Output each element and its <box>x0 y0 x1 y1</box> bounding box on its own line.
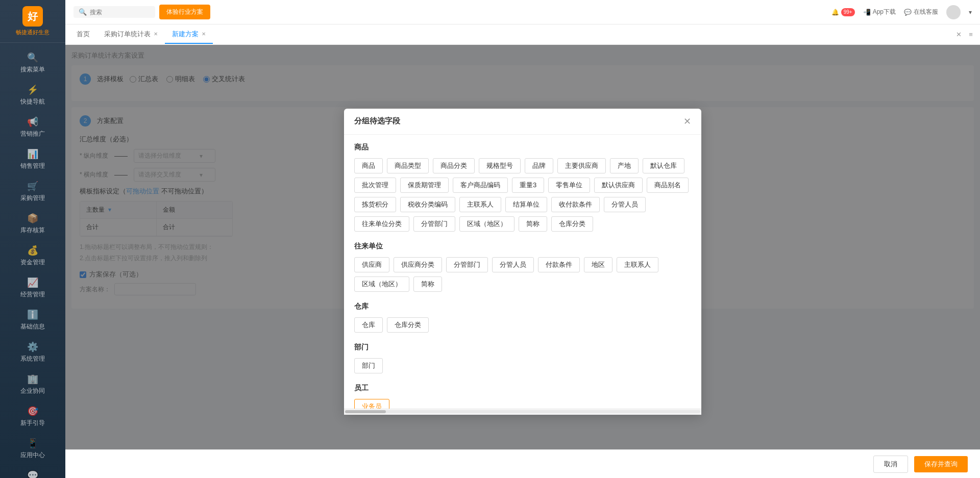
tag-部门[interactable]: 部门 <box>354 358 383 373</box>
search-input[interactable] <box>90 9 150 16</box>
tag-税收分类编码[interactable]: 税收分类编码 <box>400 197 455 212</box>
sidebar-item-enterprise[interactable]: 🏢 企业协同 <box>0 368 65 400</box>
sidebar-item-system[interactable]: ⚙️ 系统管理 <box>0 336 65 368</box>
tag-收付款条件[interactable]: 收付款条件 <box>551 197 600 212</box>
basic-info-icon: ℹ️ <box>27 309 38 320</box>
sidebar-item-purchase[interactable]: 🛒 采购管理 <box>0 175 65 208</box>
modal-horizontal-scrollbar[interactable] <box>344 409 701 415</box>
tag-客户商品编码[interactable]: 客户商品编码 <box>453 178 508 193</box>
tag-主要供应商[interactable]: 主要供应商 <box>557 158 606 173</box>
sidebar-item-search-menu[interactable]: 🔍 搜索菜单 <box>0 47 65 79</box>
tab-purchase-order-stats-label: 采购订单统计表 <box>104 30 151 39</box>
tag-仓库[interactable]: 仓库 <box>354 317 383 333</box>
tag-结算单位[interactable]: 结算单位 <box>505 197 547 212</box>
tag-简称[interactable]: 简称 <box>519 216 547 232</box>
tag-仓库分类[interactable]: 仓库分类 <box>551 216 593 232</box>
tabs-bar: 首页 采购订单统计表 ✕ 新建方案 ✕ ✕ ≡ <box>65 24 980 45</box>
sidebar-item-marketing[interactable]: 📢 营销推广 <box>0 111 65 143</box>
modal-body[interactable]: 商品商品商品类型商品分类规格型号品牌主要供应商产地默认仓库批次管理保质期管理客户… <box>344 135 701 409</box>
tab-new-plan[interactable]: 新建方案 ✕ <box>165 26 213 44</box>
search-menu-icon: 🔍 <box>27 52 38 63</box>
marketing-icon: 📢 <box>27 116 38 128</box>
sidebar: 好 畅捷通好生意 🔍 搜索菜单 ⚡ 快捷导航 📢 营销推广 📊 销售管理 🛒 采… <box>0 0 65 478</box>
tag-区域（地区）[interactable]: 区域（地区） <box>459 216 514 232</box>
sidebar-item-inventory[interactable]: 📦 库存核算 <box>0 208 65 240</box>
header-search[interactable]: 🔍 <box>74 6 155 18</box>
tag-拣货积分[interactable]: 拣货积分 <box>354 197 396 212</box>
sidebar-item-label: 新手引导 <box>20 419 45 427</box>
tag-主联系人[interactable]: 主联系人 <box>617 257 658 272</box>
tag-默认供应商[interactable]: 默认供应商 <box>594 178 643 193</box>
tag-零售单位[interactable]: 零售单位 <box>548 178 590 193</box>
tab-new-plan-label: 新建方案 <box>172 30 199 39</box>
tag-品牌[interactable]: 品牌 <box>525 158 553 173</box>
tag-供应商[interactable]: 供应商 <box>354 257 389 272</box>
tag-保质期管理[interactable]: 保质期管理 <box>400 178 449 193</box>
tag-商品[interactable]: 商品 <box>354 158 383 173</box>
tag-供应商分类[interactable]: 供应商分类 <box>394 257 442 272</box>
tag-默认仓库[interactable]: 默认仓库 <box>643 158 684 173</box>
avatar[interactable] <box>946 5 961 19</box>
tag-区域（地区）[interactable]: 区域（地区） <box>354 276 409 292</box>
tag-分管人员[interactable]: 分管人员 <box>492 257 534 272</box>
online-service-item[interactable]: 💬 在线客服 <box>904 8 938 16</box>
sidebar-item-basic-info[interactable]: ℹ️ 基础信息 <box>0 304 65 336</box>
tag-重量3[interactable]: 重量3 <box>512 178 544 193</box>
modal-close-icon[interactable]: ✕ <box>683 116 691 127</box>
search-icon: 🔍 <box>79 8 87 16</box>
sidebar-item-label: 资金管理 <box>20 258 45 267</box>
tag-分管人员[interactable]: 分管人员 <box>604 197 646 212</box>
sidebar-item-label: 销售管理 <box>20 162 45 170</box>
sidebar-item-enterprise-wechat[interactable]: 💬 企业微信 <box>0 465 65 478</box>
tab-nav-icon[interactable]: ≡ <box>966 30 976 40</box>
tab-home-label: 首页 <box>77 30 90 39</box>
sidebar-item-operation[interactable]: 📈 经营管理 <box>0 272 65 304</box>
sidebar-item-label: 营销推广 <box>20 130 45 138</box>
tag-商品类型[interactable]: 商品类型 <box>387 158 429 173</box>
tag-主联系人[interactable]: 主联系人 <box>459 197 501 212</box>
save-query-button[interactable]: 保存并查询 <box>914 456 968 472</box>
sidebar-item-app-center[interactable]: 📱 应用中心 <box>0 433 65 465</box>
app-download-item[interactable]: 📲 App下载 <box>863 8 896 16</box>
cancel-button[interactable]: 取消 <box>873 456 908 473</box>
tag-商品别名[interactable]: 商品别名 <box>647 178 689 193</box>
tab-purchase-close-icon[interactable]: ✕ <box>154 31 158 37</box>
header: 🔍 体验行业方案 🔔 99+ 📲 App下载 💬 在线客服 ▾ <box>65 0 980 24</box>
tab-new-plan-close-icon[interactable]: ✕ <box>202 31 206 37</box>
tag-地区[interactable]: 地区 <box>584 257 612 272</box>
online-service-label: 在线客服 <box>914 8 938 16</box>
tag-往来单位分类[interactable]: 往来单位分类 <box>354 216 409 232</box>
tag-规格型号[interactable]: 规格型号 <box>479 158 521 173</box>
finance-icon: 💰 <box>27 245 38 256</box>
tag-仓库分类[interactable]: 仓库分类 <box>387 317 429 333</box>
tag-付款条件[interactable]: 付款条件 <box>538 257 580 272</box>
tag-分管部门[interactable]: 分管部门 <box>413 216 455 232</box>
notification-item[interactable]: 🔔 99+ <box>831 8 855 16</box>
tag-grid-employee: 业务员 <box>354 399 691 409</box>
sidebar-item-finance[interactable]: 💰 资金管理 <box>0 240 65 272</box>
tag-业务员[interactable]: 业务员 <box>354 399 389 409</box>
tag-批次管理[interactable]: 批次管理 <box>354 178 396 193</box>
logo: 好 畅捷通好生意 <box>0 0 65 43</box>
section-title-partner: 往来单位 <box>354 242 691 251</box>
tab-home[interactable]: 首页 <box>69 26 97 44</box>
sidebar-item-label: 库存核算 <box>20 226 45 235</box>
tag-grid-partner: 供应商供应商分类分管部门分管人员付款条件地区主联系人区域（地区）简称 <box>354 257 691 292</box>
section-title-warehouse: 仓库 <box>354 302 691 311</box>
tag-简称[interactable]: 简称 <box>413 276 442 292</box>
sidebar-item-quick-nav[interactable]: ⚡ 快捷导航 <box>0 79 65 111</box>
enterprise-wechat-icon: 💬 <box>27 470 38 478</box>
tabs-right: ✕ ≡ <box>953 30 976 40</box>
tab-purchase-order-stats[interactable]: 采购订单统计表 ✕ <box>97 26 165 44</box>
sidebar-item-newbie[interactable]: 🎯 新手引导 <box>0 400 65 433</box>
app-download-label: App下载 <box>873 8 896 16</box>
app-center-icon: 📱 <box>27 438 38 449</box>
sidebar-item-sales[interactable]: 📊 销售管理 <box>0 143 65 175</box>
tab-close-all-btn[interactable]: ✕ <box>953 30 964 40</box>
tag-产地[interactable]: 产地 <box>610 158 639 173</box>
experience-btn[interactable]: 体验行业方案 <box>159 5 210 19</box>
tag-分管部门[interactable]: 分管部门 <box>446 257 488 272</box>
tag-商品分类[interactable]: 商品分类 <box>433 158 475 173</box>
online-service-icon: 💬 <box>904 9 912 16</box>
sidebar-item-label: 采购管理 <box>20 194 45 203</box>
